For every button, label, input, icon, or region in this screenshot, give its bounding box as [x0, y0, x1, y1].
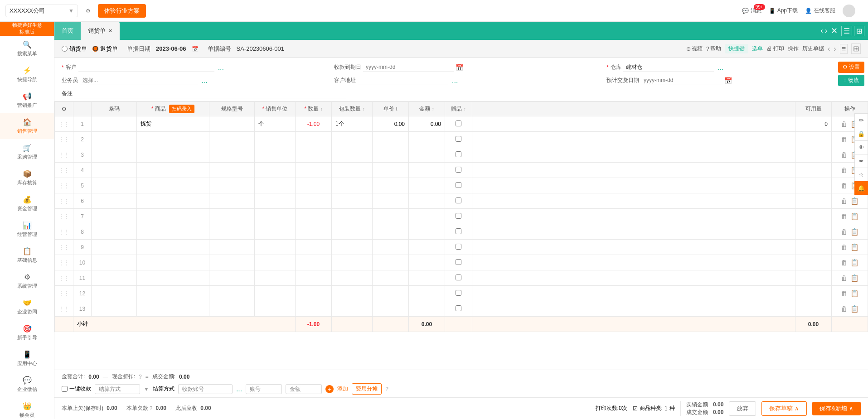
row-qty[interactable] [296, 240, 332, 255]
row-unit[interactable] [255, 270, 296, 286]
company-selector[interactable]: XXXXXX公司 ▼ [5, 5, 78, 17]
sidebar-item-wechat[interactable]: 💬 企业微信 [0, 371, 54, 397]
online-service-button[interactable]: 👤 在线客服 [805, 7, 835, 14]
delete-row-icon[interactable]: 🗑 [841, 305, 848, 313]
checkbox-goods-icon[interactable]: ☑ [633, 405, 638, 412]
row-price[interactable] [373, 240, 409, 255]
row-spec[interactable] [209, 270, 255, 286]
sidebar-item-inventory[interactable]: 📦 库存核算 [0, 165, 54, 191]
gift-checkbox[interactable] [456, 182, 461, 188]
row-qty[interactable] [296, 301, 332, 317]
one-click-pay-label[interactable]: 一键收款 [62, 385, 91, 393]
delete-row-icon[interactable]: 🗑 [841, 197, 848, 205]
row-pkgqty[interactable] [332, 270, 373, 286]
row-price[interactable] [373, 270, 409, 286]
rs-star-button[interactable]: ☆ [854, 168, 868, 181]
row-note[interactable] [472, 209, 795, 224]
row-unit[interactable] [255, 132, 296, 147]
row-unit[interactable] [255, 147, 296, 163]
logistics-button[interactable]: + 物流 [838, 75, 864, 86]
row-spec[interactable] [209, 163, 255, 178]
row-note[interactable] [472, 286, 795, 301]
question-icon2[interactable]: ? [150, 405, 152, 411]
question-icon[interactable]: ? [139, 374, 142, 380]
row-amount[interactable] [409, 224, 445, 240]
row-pkgqty[interactable] [332, 255, 373, 270]
gift-sort-icon[interactable]: ↕ [464, 106, 466, 111]
row-unit[interactable] [255, 224, 296, 240]
row-goods[interactable] [137, 116, 209, 132]
calendar-icon[interactable]: 📅 [192, 46, 199, 52]
row-price[interactable] [373, 209, 409, 224]
rs-lock-button[interactable]: 🔒 [854, 127, 868, 140]
row-amount[interactable] [409, 270, 445, 286]
sidebar-item-enterprise[interactable]: 🤝 企业协同 [0, 294, 54, 320]
row-price[interactable] [373, 163, 409, 178]
nav-prev-icon[interactable]: ‹ [828, 45, 830, 53]
settings-button[interactable]: ⚙ 设置 [838, 62, 864, 73]
fee-question-icon[interactable]: ? [385, 386, 388, 392]
row-price[interactable] [373, 193, 409, 209]
row-gift[interactable] [445, 193, 472, 209]
qty-sort-icon[interactable]: ↕ [320, 106, 323, 111]
one-click-pay-checkbox[interactable] [62, 386, 68, 392]
goods-type[interactable]: ☑ 商品种类: 1 种 [633, 405, 675, 412]
row-goods[interactable] [137, 240, 209, 255]
customer-input[interactable] [78, 63, 214, 72]
row-note[interactable] [472, 224, 795, 240]
row-price[interactable] [373, 224, 409, 240]
row-goods[interactable] [137, 178, 209, 193]
save-new-button[interactable]: 保存&新增 ∧ [812, 402, 861, 415]
warehouse-dots-button[interactable]: ... [716, 63, 725, 72]
sidebar-item-quick-nav[interactable]: ⚡ 快捷导航 [0, 62, 54, 87]
row-amount[interactable] [409, 163, 445, 178]
row-qty[interactable] [296, 132, 332, 147]
row-unit[interactable] [255, 301, 296, 317]
row-amount[interactable] [409, 178, 445, 193]
sidebar-item-basic[interactable]: 📋 基础信息 [0, 242, 54, 268]
row-gift[interactable] [445, 240, 472, 255]
row-unit[interactable] [255, 286, 296, 301]
sidebar-item-operation[interactable]: 📊 经营管理 [0, 217, 54, 242]
row-barcode[interactable] [92, 301, 137, 317]
row-pkgqty[interactable] [332, 116, 373, 132]
row-spec[interactable] [209, 132, 255, 147]
print-button[interactable]: 🖨 打印 [766, 45, 784, 53]
row-goods[interactable] [137, 255, 209, 270]
row-goods[interactable] [137, 286, 209, 301]
row-spec[interactable] [209, 178, 255, 193]
row-spec[interactable] [209, 209, 255, 224]
amount-input[interactable] [286, 384, 322, 394]
delete-row-icon[interactable]: 🗑 [841, 243, 848, 251]
delete-row-icon[interactable]: 🗑 [841, 274, 848, 282]
row-barcode[interactable] [92, 240, 137, 255]
nav-next-icon[interactable]: › [834, 45, 836, 53]
salesperson-input[interactable] [80, 76, 198, 85]
gift-checkbox[interactable] [456, 228, 461, 234]
video-button[interactable]: ⊙ 视频 [686, 45, 703, 53]
view-grid-icon[interactable]: ⊞ [851, 43, 861, 54]
select-button[interactable]: 选单 [752, 45, 763, 53]
row-pkgqty[interactable] [332, 178, 373, 193]
row-note[interactable] [472, 301, 795, 317]
row-pkgqty[interactable] [332, 301, 373, 317]
row-amount[interactable] [409, 240, 445, 255]
row-gift[interactable] [445, 209, 472, 224]
row-gift[interactable] [445, 270, 472, 286]
row-barcode[interactable] [92, 132, 137, 147]
row-pkgqty[interactable] [332, 240, 373, 255]
row-note[interactable] [472, 163, 795, 178]
row-note[interactable] [472, 240, 795, 255]
sidebar-item-finance[interactable]: 💰 资金管理 [0, 191, 54, 217]
print-info[interactable]: 打印次数:0次 [596, 405, 627, 412]
copy-row-icon[interactable]: 📋 [850, 197, 859, 205]
row-barcode[interactable] [92, 224, 137, 240]
fee-split-button[interactable]: 费用分摊 [352, 383, 382, 395]
row-pkgqty[interactable] [332, 193, 373, 209]
row-pkgqty[interactable] [332, 224, 373, 240]
row-spec[interactable] [209, 286, 255, 301]
row-gift[interactable] [445, 163, 472, 178]
row-price[interactable] [373, 147, 409, 163]
row-qty[interactable] [296, 193, 332, 209]
row-unit[interactable] [255, 209, 296, 224]
